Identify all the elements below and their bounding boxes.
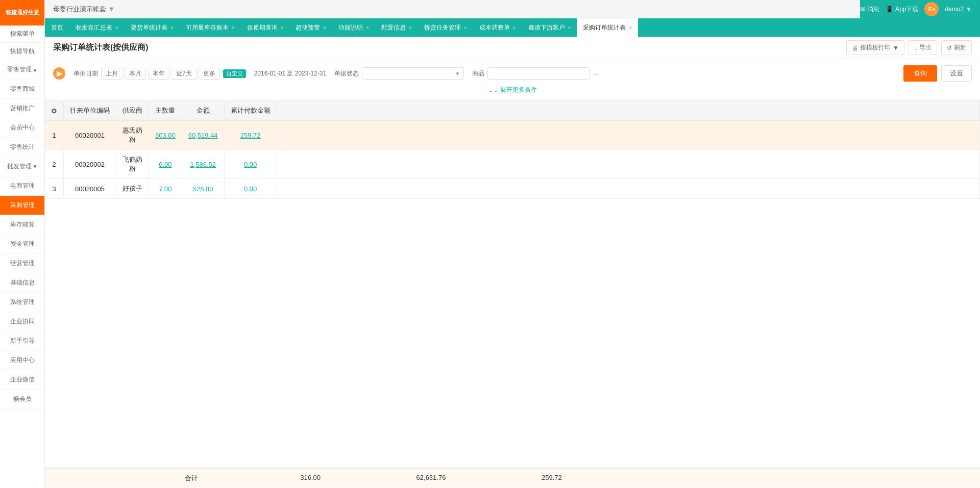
export-icon: ↓ [914, 44, 917, 52]
date-range-display: 2016-01-01 至 2023-12-31 [254, 69, 326, 78]
query-actions: 查询 设置 [903, 65, 972, 82]
sidebar-item-retail-stat[interactable]: 零售统计 [0, 138, 44, 157]
expand-label: 展开更多条件 [500, 86, 537, 94]
tab-demand[interactable]: 要货单统计表 × [125, 18, 180, 37]
sidebar-item-member[interactable]: 会员中心 [0, 118, 44, 138]
sidebar-item-batch[interactable]: 批发管理▼ [0, 157, 44, 176]
sidebar-shortcut[interactable]: 快捷导航 [0, 43, 44, 60]
sidebar-item-enterprise[interactable]: 企业协同 [0, 312, 44, 331]
tab-cost-adj[interactable]: 成本调整单 × [473, 18, 522, 37]
sidebar-item-marketing[interactable]: 营销推广 [0, 99, 44, 118]
tab-close-icon[interactable]: × [232, 25, 235, 31]
goods-input[interactable] [487, 67, 590, 80]
sidebar-item-ops[interactable]: 经营管理 [0, 254, 44, 273]
sidebar-item-system[interactable]: 系统管理 [0, 293, 44, 312]
tab-close-icon[interactable]: × [170, 25, 174, 31]
sidebar-item-newbie[interactable]: 新手引导 [0, 331, 44, 351]
page-header: 采购订单统计表(按供应商) 🖨 按模板打印 ▼ ↓ 导出 ↺ 刷新 [45, 37, 980, 59]
purchase-stats-table: ⚙ 往来单位编码 供应商 主数量 金额 累计付款金额 1 00020001 惠氏… [45, 101, 980, 199]
tab-batch-task[interactable]: 拣货任务管理 × [418, 18, 473, 37]
filter-toggle-button[interactable]: ▶ [53, 67, 65, 80]
page-title: 采购订单统计表(按供应商) [53, 42, 149, 53]
td-amount: 60,519.44 [182, 121, 224, 150]
td-code: 00020001 [64, 121, 116, 150]
tab-close-icon[interactable]: × [281, 25, 284, 31]
sidebar-item-appstore[interactable]: 应用中心 [0, 351, 44, 370]
goods-more-icon[interactable]: ··· [593, 70, 598, 78]
app-logo-text: 畅捷通好生意 [6, 9, 39, 16]
td-code: 00020005 [64, 179, 116, 199]
sidebar-item-purchase[interactable]: 采购管理 [0, 196, 44, 215]
tab-close-icon[interactable]: × [323, 25, 326, 31]
sidebar-item-retail-shop[interactable]: 零售商城 [0, 80, 44, 99]
tab-overstock[interactable]: 超储预警 × [289, 18, 332, 37]
workspace-arrow-icon[interactable]: ▼ [108, 5, 115, 13]
td-paid: 0.00 [224, 179, 277, 199]
sidebar-item-vip[interactable]: 畅会员 [0, 390, 44, 409]
tab-purchase-stat[interactable]: 采购订单统计表 × [577, 18, 638, 37]
table-row: 2 00020002 飞鹤奶粉 6.00 1,586.52 0.00 [45, 150, 980, 179]
tab-close-icon[interactable]: × [513, 25, 516, 31]
date-btn-last-month[interactable]: 上月 [101, 68, 122, 80]
tab-help[interactable]: 功能说明 × [332, 18, 375, 37]
footer-label: 合计 [133, 474, 250, 483]
tab-close-icon[interactable]: × [366, 25, 369, 31]
custom-date-badge[interactable]: 自定义 [223, 69, 246, 78]
tab-close-icon[interactable]: × [409, 25, 412, 31]
th-supplier: 供应商 [116, 101, 149, 121]
tab-close-icon[interactable]: × [568, 25, 571, 31]
status-select[interactable] [362, 67, 464, 80]
date-btn-this-month[interactable]: 本月 [125, 68, 146, 80]
status-filter: 单据状态 ▼ [334, 67, 464, 80]
app-logo: 畅捷通好生意 [0, 0, 44, 25]
sidebar: 畅捷通好生意 搜索菜单 快捷导航 零售管理▲ 零售商城 营销推广 会员中心 零售… [0, 0, 45, 488]
date-btn-7days[interactable]: 近7天 [172, 68, 197, 80]
th-paid: 累计付款金额 [224, 101, 277, 121]
expand-more-button[interactable]: ⌄⌄ 展开更多条件 [53, 86, 972, 94]
sidebar-search[interactable]: 搜索菜单 [0, 25, 44, 43]
export-label: 导出 [919, 43, 932, 52]
export-button[interactable]: ↓ 导出 [909, 40, 937, 55]
date-shortcuts: 上月 本月 本年 近7天 更多 [101, 68, 220, 80]
td-supplier: 飞鹤奶粉 [116, 150, 149, 179]
table-row: 3 00020005 好孩子 7.00 525.80 0.00 [45, 179, 980, 199]
td-supplier: 惠氏奶粉 [116, 121, 149, 150]
td-qty: 7.00 [149, 179, 182, 199]
refresh-button[interactable]: ↺ 刷新 [941, 40, 972, 55]
sidebar-item-retail[interactable]: 零售管理▲ [0, 60, 44, 80]
th-amount: 金额 [182, 101, 224, 121]
sidebar-item-finance[interactable]: 资金管理 [0, 235, 44, 254]
workspace-name: 母婴行业演示账套 [53, 5, 106, 14]
tab-home[interactable]: 首页 [45, 18, 69, 37]
main-area: 母婴行业演示账套 ▼ 首页 收发存汇总表 × 要货单统计表 × 可用量库存账本 … [45, 0, 980, 488]
tab-close-icon[interactable]: × [464, 25, 467, 31]
sidebar-item-wechat[interactable]: 企业微信 [0, 370, 44, 390]
th-empty [277, 101, 979, 121]
expand-icon: ⌄⌄ [488, 87, 498, 94]
settings-button[interactable]: 设置 [941, 65, 972, 82]
date-btn-more[interactable]: 更多 [199, 68, 220, 80]
query-button[interactable]: 查询 [903, 65, 937, 82]
th-settings[interactable]: ⚙ [45, 101, 64, 121]
refresh-label: 刷新 [954, 43, 966, 52]
sidebar-item-ecommerce[interactable]: 电商管理 [0, 176, 44, 196]
sidebar-item-basic[interactable]: 基础信息 [0, 273, 44, 293]
td-amount: 1,586.52 [182, 150, 224, 179]
filter-row: ▶ 单据日期 上月 本月 本年 近7天 更多 自定义 2016-01-01 至 … [53, 65, 972, 82]
print-button[interactable]: 🖨 按模板打印 ▼ [846, 40, 904, 55]
tab-expiry[interactable]: 保质期查询 × [241, 18, 290, 37]
date-btn-this-year[interactable]: 本年 [148, 68, 169, 80]
tab-inventory[interactable]: 可用量库存账本 × [180, 18, 241, 37]
td-qty: 6.00 [149, 150, 182, 179]
tab-close-icon[interactable]: × [629, 25, 632, 31]
table-container: ⚙ 往来单位编码 供应商 主数量 金额 累计付款金额 1 00020001 惠氏… [45, 101, 980, 468]
td-no: 2 [45, 150, 64, 179]
sidebar-item-inventory[interactable]: 库存核算 [0, 215, 44, 235]
tab-close-icon[interactable]: × [115, 25, 118, 31]
tab-invite[interactable]: 邀请下游客户 × [522, 18, 577, 37]
tab-config[interactable]: 配置信息 × [375, 18, 418, 37]
tab-receive[interactable]: 收发存汇总表 × [69, 18, 125, 37]
date-label: 单据日期 [74, 69, 98, 78]
td-no: 1 [45, 121, 64, 150]
footer-qty: 316.00 [250, 474, 371, 483]
